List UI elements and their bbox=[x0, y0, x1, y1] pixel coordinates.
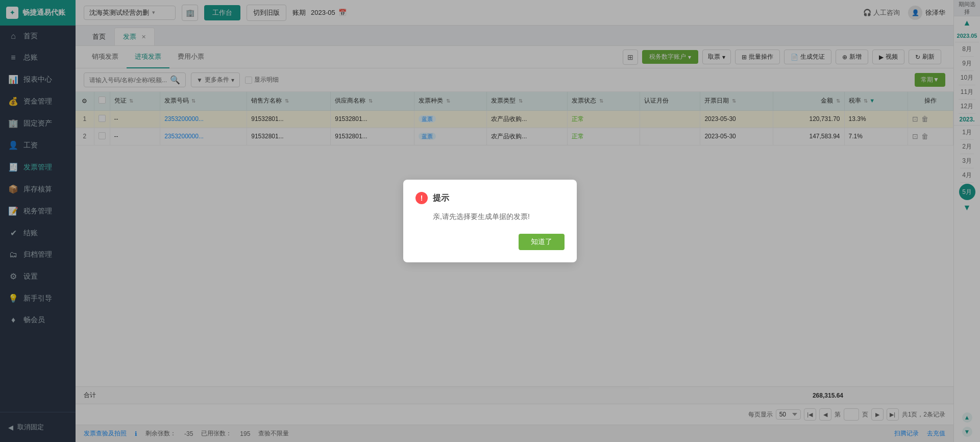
alert-modal: ! 提示 亲,请先选择要生成单据的发票! 知道了 bbox=[403, 180, 577, 262]
modal-body: 亲,请先选择要生成单据的发票! bbox=[415, 212, 565, 222]
modal-header: ! 提示 bbox=[415, 192, 565, 204]
modal-title: 提示 bbox=[433, 193, 449, 204]
warning-icon: ! bbox=[415, 192, 428, 204]
modal-overlay: ! 提示 亲,请先选择要生成单据的发票! 知道了 bbox=[0, 0, 980, 442]
confirm-button[interactable]: 知道了 bbox=[519, 234, 565, 250]
modal-footer: 知道了 bbox=[415, 234, 565, 250]
